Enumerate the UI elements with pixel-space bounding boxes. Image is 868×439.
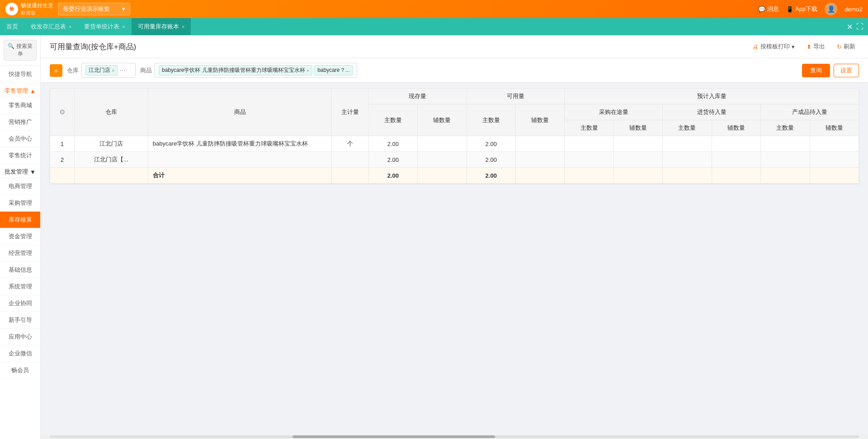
sidebar-section-retail[interactable]: 零售管理 ▲ (0, 83, 40, 97)
newbie-label: 新手引导 (9, 316, 32, 323)
logo-line1: 畅捷通好生意 (21, 2, 53, 9)
message-button[interactable]: 💬 消息 (758, 5, 779, 13)
horizontal-scrollbar[interactable] (41, 434, 868, 439)
warehouse-filter: 仓库 江北门店 × ··· (67, 63, 136, 78)
warehouse-input[interactable]: 江北门店 × ··· (81, 63, 136, 78)
wholesale-expand-icon: ▼ (30, 169, 36, 175)
filter-bar: » 仓库 江北门店 × ··· 商品 babycare学饮杯 儿童防摔防撞吸管杯… (41, 58, 868, 83)
th-avail-main: 主数量 (467, 104, 515, 136)
wholesale-label: 批发管理 (5, 168, 28, 176)
total-row: 合计 2.00 2.00 (50, 168, 859, 184)
sidebar-item-retail-mall[interactable]: 零售商城 (0, 97, 40, 114)
th-in-aux: 辅数量 (712, 120, 760, 136)
product-filter: 商品 babycare学饮杯 儿童防摔防撞吸管杯重力球吸嘴杯宝宝水杯 × bab… (140, 63, 357, 78)
tab-bar-right: ✕ ⛶ (847, 23, 868, 31)
th-prod-main: 主数量 (761, 120, 810, 136)
sidebar-item-ecommerce[interactable]: 电商管理 (0, 178, 40, 195)
product-input[interactable]: babycare学饮杯 儿童防摔防撞吸管杯重力球吸嘴杯宝宝水杯 × babyca… (155, 63, 357, 78)
total-avail-main: 2.00 (467, 168, 515, 184)
tab-bar: 首页 收发存汇总表 × 要货单统计表 × 可用量库存账本 × ✕ ⛶ (0, 18, 868, 35)
row2-seq: 2 (50, 152, 75, 168)
tab-receive-label: 收发存汇总表 (31, 23, 66, 31)
product-tag1-remove[interactable]: × (307, 68, 309, 73)
tab-receive-summary[interactable]: 收发存汇总表 × (24, 18, 78, 35)
tab-order-label: 要货单统计表 (84, 23, 119, 31)
th-current-main: 主数量 (368, 104, 417, 136)
sidebar-item-system[interactable]: 系统管理 (0, 279, 40, 295)
sidebar: 🔍 搜索菜单 快捷导航 零售管理 ▲ 零售商城 营销推广 会员中心 零售统计 批… (0, 35, 41, 439)
row2-unit (332, 152, 368, 168)
phone-icon: 📱 (786, 6, 793, 13)
warehouse-tag-text: 江北门店 (89, 66, 110, 74)
row2-avail-aux (515, 152, 564, 168)
sidebar-item-purchase[interactable]: 采购管理 (0, 195, 40, 212)
sidebar-item-operations[interactable]: 经营管理 (0, 245, 40, 262)
sidebar-item-wechat[interactable]: 企业微信 (0, 345, 40, 362)
close-tab-receive[interactable]: × (69, 24, 71, 29)
filter-toggle-button[interactable]: » (50, 64, 62, 77)
sidebar-item-enterprise[interactable]: 企业协同 (0, 295, 40, 312)
row1-pt-aux (613, 136, 662, 152)
print-icon: 🖨 (753, 43, 759, 50)
inventory-label: 库存核算 (9, 216, 32, 223)
sidebar-item-appstore[interactable]: 应用中心 (0, 329, 40, 345)
row2-pt-main (565, 152, 613, 168)
query-button[interactable]: 查询 (802, 64, 830, 77)
table-body: 1 江北门店 babycare学饮杯 儿童防摔防撞吸管杯重力球吸嘴杯宝宝水杯 个… (50, 136, 859, 168)
export-button[interactable]: ⬆ 导出 (803, 41, 829, 52)
refresh-button[interactable]: ↻ 刷新 (833, 41, 859, 52)
wechat-label: 企业微信 (9, 350, 32, 357)
search-menu-button[interactable]: 🔍 搜索菜单 (4, 40, 37, 61)
total-spacer1 (50, 168, 75, 184)
table-header-row1: ⚙ 仓库 商品 主计量 现存量 可用量 预计入库量 (50, 89, 859, 104)
print-chevron-icon: ▾ (792, 43, 795, 50)
warehouse-more-button[interactable]: ··· (119, 66, 125, 75)
retail-stats-label: 零售统计 (9, 152, 32, 159)
sidebar-item-inventory[interactable]: 库存核算 (0, 212, 40, 228)
app-download-button[interactable]: 📱 App下载 (786, 5, 817, 13)
tab-available-stock[interactable]: 可用量库存账本 × (132, 18, 191, 35)
industry-name: 母婴行业演示账套 (63, 5, 110, 13)
th-current-aux: 辅数量 (418, 104, 467, 136)
app-download-label: App下载 (795, 5, 817, 13)
sidebar-item-retail-stats[interactable]: 零售统计 (0, 147, 40, 164)
sidebar-item-newbie[interactable]: 新手引导 (0, 312, 40, 329)
sidebar-section-wholesale[interactable]: 批发管理 ▼ (0, 164, 40, 178)
scroll-track (50, 435, 859, 438)
tab-home[interactable]: 首页 (0, 18, 24, 35)
product-tag1-text: babycare学饮杯 儿童防摔防撞吸管杯重力球吸嘴杯宝宝水杯 (162, 66, 305, 74)
row2-in-main (663, 152, 712, 168)
industry-selector[interactable]: 母婴行业演示账套 ▾ (58, 3, 130, 15)
sidebar-item-basic[interactable]: 基础信息 (0, 262, 40, 279)
sidebar-item-finance[interactable]: 资金管理 (0, 228, 40, 245)
warehouse-tag-remove[interactable]: × (112, 68, 114, 73)
expand-icon[interactable]: ⛶ (856, 23, 863, 31)
retail-expand-icon: ▲ (30, 88, 36, 94)
sidebar-item-member[interactable]: 畅会员 (0, 362, 40, 379)
settings-button[interactable]: 设置 (834, 64, 859, 77)
double-right-icon: » (54, 67, 58, 74)
close-tab-order[interactable]: × (122, 24, 125, 29)
th-in-main: 主数量 (663, 120, 712, 136)
tab-home-label: 首页 (6, 23, 18, 31)
close-tab-available[interactable]: × (182, 24, 184, 29)
enterprise-label: 企业协同 (9, 300, 32, 307)
sidebar-item-quick-nav[interactable]: 快捷导航 (0, 66, 40, 83)
total-pt-main (565, 168, 613, 184)
table-settings-icon[interactable]: ⚙ (59, 108, 65, 116)
scroll-thumb[interactable] (292, 435, 495, 438)
appstore-label: 应用中心 (9, 333, 32, 340)
row1-prod-main (761, 136, 810, 152)
th-warehouse: 仓库 (75, 89, 148, 136)
print-label: 按模板打印 (760, 42, 790, 51)
sidebar-item-members[interactable]: 会员中心 (0, 131, 40, 147)
table-area: ⚙ 仓库 商品 主计量 现存量 可用量 预计入库量 主数量 辅数量 主数量 辅数… (41, 83, 868, 434)
row2-pt-aux (613, 152, 662, 168)
print-button[interactable]: 🖨 按模板打印 ▾ (749, 41, 798, 52)
close-all-tabs-icon[interactable]: ✕ (847, 23, 853, 31)
tab-order-stats[interactable]: 要货单统计表 × (78, 18, 131, 35)
sidebar-item-marketing[interactable]: 营销推广 (0, 114, 40, 131)
row1-in-main (663, 136, 712, 152)
logo-text: 畅捷通好生意 标准版 (21, 2, 53, 16)
search-menu-label: 搜索菜单 (16, 43, 33, 57)
